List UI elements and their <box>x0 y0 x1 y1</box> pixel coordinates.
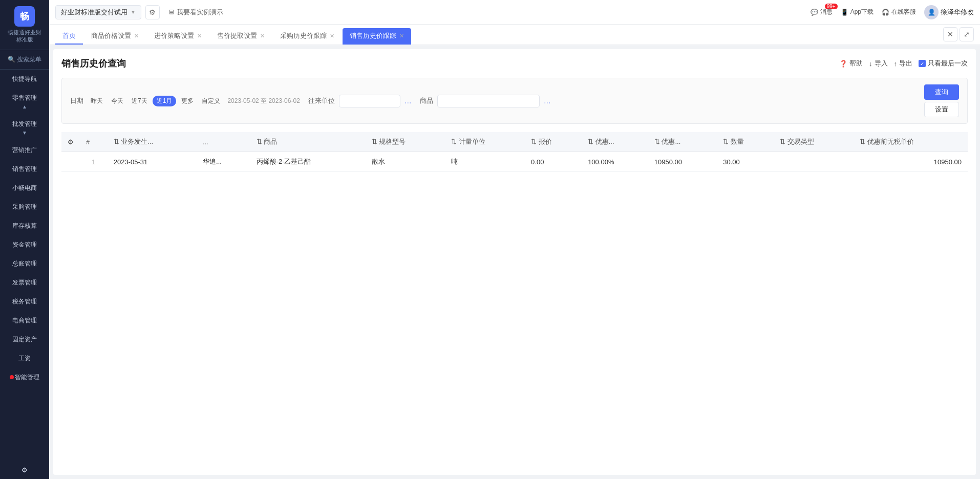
topbar: 好业财标准版交付试用 ▼ ⚙ 🖥 我要看实例演示 💬 消息 99+ 📱 App下… <box>49 0 980 25</box>
sidebar-search-label: 搜索菜单 <box>17 56 41 63</box>
app-download-button[interactable]: 📱 App下载 <box>841 8 874 16</box>
sidebar-item-retail[interactable]: 零售管理 ▲ <box>0 89 49 115</box>
col-product[interactable]: ⇅ 商品 <box>250 132 366 152</box>
sidebar-item-label: 总账管理 <box>12 259 37 268</box>
demo-link[interactable]: 🖥 我要看实例演示 <box>168 8 223 17</box>
tab-purchase-history[interactable]: 采购历史价跟踪 ✕ <box>273 28 342 45</box>
sidebar-item-tax[interactable]: 税务管理 <box>0 292 49 311</box>
sidebar-item-inventory[interactable]: 库存核算 <box>0 216 49 235</box>
user-profile[interactable]: 👤 徐泽华修改 <box>924 5 974 19</box>
date-option-last7[interactable]: 近7天 <box>129 96 151 106</box>
page-header: 销售历史价查询 ❓ 帮助 ↓ 导入 ↑ 导出 ✓ 只看最后一次 <box>61 57 968 70</box>
app-logo-icon: 畅 <box>14 6 35 27</box>
page-title: 销售历史价查询 <box>61 57 126 70</box>
col-more[interactable]: ... <box>197 132 250 152</box>
expand-window-button[interactable]: ⤢ <box>960 27 974 41</box>
tab-sales-history[interactable]: 销售历史价跟踪 ✕ <box>343 28 411 45</box>
demo-icon: 🖥 <box>168 8 175 16</box>
sidebar-settings-btn[interactable]: ⚙ <box>0 461 49 479</box>
sidebar-item-wholesale[interactable]: 批发管理 ▼ <box>0 115 49 141</box>
sort-icon: ⇅ <box>531 138 537 145</box>
supplier-more-btn[interactable]: … <box>404 97 412 105</box>
tab-sale-price[interactable]: 售价提取设置 ✕ <box>210 28 272 45</box>
sidebar-item-salary[interactable]: 工资 <box>0 349 49 368</box>
col-unit[interactable]: ⇅ 计量单位 <box>445 132 525 152</box>
sort-icon: ⇅ <box>654 138 660 145</box>
tab-label: 销售历史价跟踪 <box>350 31 396 40</box>
date-option-more[interactable]: 更多 <box>178 96 197 106</box>
last-only-checkbox[interactable]: ✓ 只看最后一次 <box>919 59 968 68</box>
settings-button[interactable]: 设置 <box>924 102 959 117</box>
date-option-last1m[interactable]: 近1月 <box>153 96 177 106</box>
import-button[interactable]: ↓ 导入 <box>869 59 888 68</box>
import-label: 导入 <box>875 59 888 68</box>
sidebar-item-label: 销售管理 <box>12 165 37 173</box>
supplier-filter-label: 往来单位 <box>308 96 335 105</box>
export-icon: ↑ <box>894 60 898 68</box>
sidebar-item-xiaochang[interactable]: 小畅电商 <box>0 179 49 198</box>
close-window-button[interactable]: ✕ <box>943 27 957 41</box>
online-service-label: 在线客服 <box>891 8 916 16</box>
help-button[interactable]: ❓ 帮助 <box>839 59 863 68</box>
table-row[interactable]: 1 2023-05-31 华追... 丙烯酸-2-乙基己酯 散水 吨 0.00 … <box>61 152 968 172</box>
date-option-today[interactable]: 今天 <box>108 96 126 106</box>
search-button[interactable]: 查询 <box>924 84 959 100</box>
sidebar-item-assets[interactable]: 固定资产 <box>0 330 49 349</box>
tab-close-icon[interactable]: ✕ <box>197 33 202 39</box>
sidebar-item-ecommerce[interactable]: 电商管理 <box>0 311 49 330</box>
tab-label: 商品价格设置 <box>91 31 131 40</box>
sidebar-item-label: 固定资产 <box>12 335 37 344</box>
tab-home[interactable]: 首页 <box>55 28 83 45</box>
topbar-settings-button[interactable]: ⚙ <box>145 5 160 19</box>
col-discount2[interactable]: ⇅ 优惠... <box>648 132 717 152</box>
sidebar-item-smart[interactable]: 智能管理 <box>0 368 49 387</box>
col-quantity[interactable]: ⇅ 数量 <box>717 132 774 152</box>
message-button[interactable]: 💬 消息 99+ <box>811 8 833 16</box>
tab-close-icon[interactable]: ✕ <box>330 33 334 39</box>
tab-label: 首页 <box>62 31 76 40</box>
col-spec[interactable]: ⇅ 规格型号 <box>366 132 445 152</box>
data-table: ⚙ # ⇅ 业务发生... ... ⇅ 商品 ⇅ <box>61 132 968 172</box>
date-option-custom[interactable]: 自定义 <box>199 96 223 106</box>
sidebar-item-quick-nav[interactable]: 快捷导航 <box>0 70 49 89</box>
page-actions: ❓ 帮助 ↓ 导入 ↑ 导出 ✓ 只看最后一次 <box>839 59 968 68</box>
online-service-button[interactable]: 🎧 在线客服 <box>882 8 916 16</box>
date-option-yesterday[interactable]: 昨天 <box>88 96 106 106</box>
gear-icon[interactable]: ⚙ <box>68 138 74 146</box>
avatar: 👤 <box>924 5 939 19</box>
help-label: 帮助 <box>849 59 863 68</box>
cell-gear <box>61 152 80 172</box>
module-selector[interactable]: 好业财标准版交付试用 ▼ <box>55 5 141 19</box>
col-trade-type[interactable]: ⇅ 交易类型 <box>774 132 854 152</box>
sidebar-item-invoice[interactable]: 发票管理 <box>0 273 49 292</box>
col-pretax-price[interactable]: ⇅ 优惠前无税单价 <box>854 132 968 152</box>
tab-purchase-strategy[interactable]: 进价策略设置 ✕ <box>147 28 209 45</box>
product-input[interactable] <box>437 95 540 107</box>
sort-icon: ⇅ <box>588 138 593 145</box>
export-button[interactable]: ↑ 导出 <box>894 59 913 68</box>
sort-icon: ⇅ <box>860 138 865 145</box>
sidebar-item-purchase[interactable]: 采购管理 <box>0 198 49 216</box>
sidebar-item-sales[interactable]: 销售管理 <box>0 160 49 179</box>
sidebar-item-label: 库存核算 <box>12 222 37 230</box>
col-discount1[interactable]: ⇅ 优惠... <box>582 132 648 152</box>
product-filter-group: 商品 … <box>420 95 551 107</box>
sidebar-item-marketing[interactable]: 营销推广 <box>0 141 49 160</box>
topbar-right: 💬 消息 99+ 📱 App下载 🎧 在线客服 👤 徐泽华修改 <box>811 5 974 19</box>
tab-close-icon[interactable]: ✕ <box>399 33 404 39</box>
sidebar-search[interactable]: 🔍 搜索菜单 <box>0 50 49 70</box>
tab-product-price[interactable]: 商品价格设置 ✕ <box>84 28 146 45</box>
sidebar-item-account[interactable]: 总账管理 <box>0 254 49 273</box>
supplier-input[interactable] <box>339 95 400 107</box>
sort-icon: ⇅ <box>723 138 729 145</box>
chevron-icon: ▼ <box>22 130 27 136</box>
product-more-btn[interactable]: … <box>544 97 551 105</box>
col-price[interactable]: ⇅ 报价 <box>525 132 582 152</box>
col-num: # <box>80 132 108 152</box>
tab-close-icon[interactable]: ✕ <box>260 33 265 39</box>
tab-label: 售价提取设置 <box>217 31 257 40</box>
tab-close-icon[interactable]: ✕ <box>134 33 139 39</box>
col-biz-date[interactable]: ⇅ 业务发生... <box>108 132 197 152</box>
sidebar-item-capital[interactable]: 资金管理 <box>0 235 49 254</box>
sidebar-item-label: 发票管理 <box>12 278 37 287</box>
